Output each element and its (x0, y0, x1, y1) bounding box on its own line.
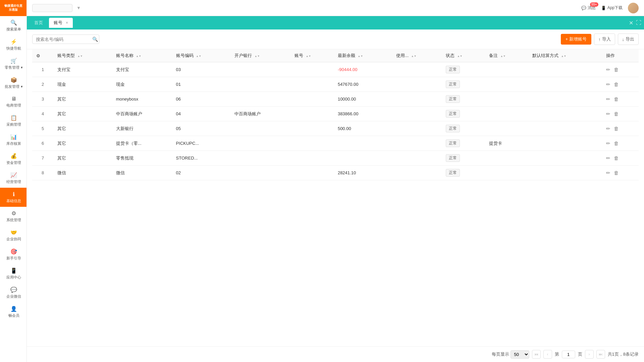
cell-usage-4 (392, 121, 442, 136)
cell-type-3: 其它 (53, 107, 112, 121)
sort-icon-7[interactable]: ▲▼ (411, 55, 417, 57)
top-search-input[interactable] (35, 6, 62, 10)
tab-close-icon[interactable]: × (66, 20, 68, 25)
cell-default-settle-4 (528, 121, 602, 136)
edit-icon-5[interactable]: ✏ (606, 140, 610, 146)
settings-col-icon[interactable]: ⚙ (36, 53, 40, 58)
tab-accounts[interactable]: 账号 × (49, 18, 73, 28)
delete-icon-0[interactable]: 🗑 (614, 67, 619, 72)
sidebar-item-10[interactable]: ⚙ 系统管理 (0, 207, 26, 226)
col-header-usage[interactable]: 使用... ▲▼ (392, 49, 442, 62)
edit-icon-0[interactable]: ✏ (606, 67, 610, 73)
sidebar-item-3[interactable]: 📦 批发管理 ▾ (0, 73, 26, 93)
sidebar-icon-3: 📦 (10, 77, 17, 83)
edit-icon-2[interactable]: ✏ (606, 96, 610, 102)
sort-icon-9[interactable]: ▲▼ (500, 55, 506, 57)
col-header-account[interactable]: 账号 ▲▼ (290, 49, 334, 62)
sort-icon-8[interactable]: ▲▼ (457, 55, 463, 57)
cell-remark-7 (485, 166, 528, 180)
add-account-button[interactable]: + 新增账号 (561, 34, 591, 45)
row-num-2: 3 (32, 92, 53, 107)
sort-icon-4[interactable]: ▲▼ (255, 55, 260, 57)
sidebar-icon-4: 🖥 (11, 96, 16, 102)
cell-type-0: 支付宝 (53, 62, 112, 77)
edit-icon-4[interactable]: ✏ (606, 126, 610, 132)
cell-default-settle-5 (528, 136, 602, 151)
sidebar-label-14: 企业微信 (6, 294, 21, 299)
sidebar-item-1[interactable]: ⚡ 快捷导航 (0, 35, 26, 54)
edit-icon-1[interactable]: ✏ (606, 81, 610, 87)
col-header-name[interactable]: 账号名称 ▲▼ (112, 49, 172, 62)
sort-icon-6[interactable]: ▲▼ (358, 55, 363, 57)
sidebar-item-5[interactable]: 📋 采购管理 (0, 111, 26, 130)
messages-badge: 99+ (590, 2, 598, 7)
page-number-input[interactable]: 1 (562, 351, 575, 358)
cell-actions-2: ✏ 🗑 (602, 92, 639, 107)
sort-icon-3[interactable]: ▲▼ (196, 55, 201, 57)
tab-home[interactable]: 首页 (30, 18, 48, 28)
account-search-box[interactable]: 🔍 (32, 35, 99, 44)
prev-page-button[interactable]: ‹ (543, 350, 552, 359)
cell-account-4 (290, 121, 334, 136)
cell-status-3: 正常 (442, 107, 485, 121)
sidebar-item-0[interactable]: 🔍 搜索菜单 (0, 16, 26, 35)
sidebar-item-2[interactable]: 🛒 零售管理 ▾ (0, 54, 26, 73)
toolbar-right: + 新增账号 ↑ 导入 ↓ 导出 (561, 34, 639, 45)
delete-icon-7[interactable]: 🗑 (614, 170, 619, 176)
top-search-box[interactable] (32, 4, 72, 12)
sidebar-item-9[interactable]: ℹ 基础信息 (0, 188, 26, 207)
cell-actions-3: ✏ 🗑 (602, 107, 639, 121)
col-header-type[interactable]: 账号类型 ▲▼ (53, 49, 112, 62)
per-page-select[interactable]: 50 10 20 100 (511, 350, 529, 359)
col-header-remark[interactable]: 备注 ▲▼ (485, 49, 528, 62)
sort-icon-2[interactable]: ▲▼ (136, 55, 141, 57)
cell-account-7 (290, 166, 334, 180)
col-header-status[interactable]: 状态 ▲▼ (442, 49, 485, 62)
delete-icon-3[interactable]: 🗑 (614, 111, 619, 117)
export-button[interactable]: ↓ 导出 (618, 34, 639, 45)
delete-icon-1[interactable]: 🗑 (614, 81, 619, 87)
first-page-button[interactable]: ⏮ (532, 350, 541, 359)
sidebar-item-7[interactable]: 💰 资金管理 (0, 149, 26, 169)
sort-icon-5[interactable]: ▲▼ (306, 55, 311, 57)
last-page-button[interactable]: ⏭ (596, 350, 605, 359)
delete-icon-5[interactable]: 🗑 (614, 140, 619, 146)
delete-icon-6[interactable]: 🗑 (614, 155, 619, 161)
edit-icon-6[interactable]: ✏ (606, 155, 610, 161)
account-search-input[interactable] (36, 37, 92, 42)
sort-icon-10[interactable]: ▲▼ (561, 55, 567, 57)
edit-icon-3[interactable]: ✏ (606, 111, 610, 117)
sidebar-item-13[interactable]: 📱 应用中心 (0, 264, 26, 283)
sidebar-item-6[interactable]: 📊 库存核算 (0, 130, 26, 149)
sidebar-item-11[interactable]: 🤝 企业协同 (0, 226, 26, 245)
cell-name-2: moneybosx (112, 92, 172, 107)
sidebar-item-12[interactable]: 🎯 新手引导 (0, 245, 26, 264)
col-header-balance[interactable]: 最新余额 ▲▼ (334, 49, 392, 62)
col-header-#: ⚙ (32, 49, 53, 62)
sidebar-label-1: 快捷导航 (6, 46, 21, 51)
cell-balance-7: 28241.10 (334, 166, 392, 180)
user-avatar[interactable] (628, 3, 639, 13)
cell-bank-7 (230, 166, 290, 180)
cell-bank-5 (230, 136, 290, 151)
col-header-default_settle[interactable]: 默认结算方式 ▲▼ (528, 49, 602, 62)
delete-icon-2[interactable]: 🗑 (614, 96, 619, 102)
sort-icon-1[interactable]: ▲▼ (77, 55, 83, 57)
edit-icon-7[interactable]: ✏ (606, 170, 610, 176)
sidebar-item-4[interactable]: 🖥 电商管理 (0, 93, 26, 111)
messages-button[interactable]: 💬 消息 99+ (581, 5, 596, 11)
col-header-bank[interactable]: 开户银行 ▲▼ (230, 49, 290, 62)
app-download-button[interactable]: 📱 App下载 (601, 5, 623, 11)
header-dropdown-icon[interactable]: ▼ (76, 5, 81, 10)
tab-maximize-icon[interactable]: ⛶ (636, 20, 641, 26)
tab-bar: 首页 账号 × ✕ ⛶ (27, 16, 644, 29)
sidebar-item-14[interactable]: 💬 企业微信 (0, 283, 26, 302)
sidebar-item-15[interactable]: 👤 畅会员 (0, 302, 26, 321)
col-header-code[interactable]: 账号编码 ▲▼ (172, 49, 231, 62)
next-page-button[interactable]: › (585, 350, 594, 359)
sidebar-item-8[interactable]: 📈 经营管理 (0, 169, 26, 188)
tab-close-all-icon[interactable]: ✕ (629, 20, 633, 26)
row-num-5: 6 (32, 136, 53, 151)
delete-icon-4[interactable]: 🗑 (614, 126, 619, 131)
import-button[interactable]: ↑ 导入 (594, 34, 615, 45)
